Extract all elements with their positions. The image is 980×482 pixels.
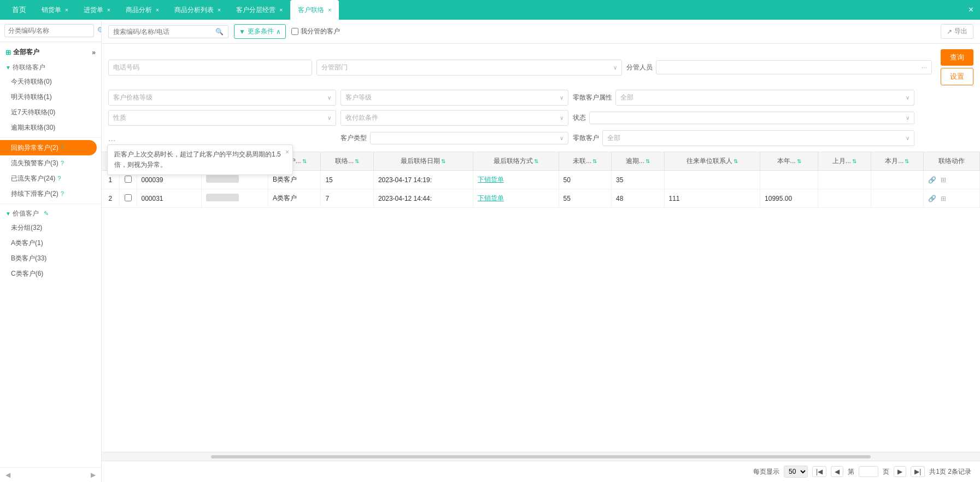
sort-icon-last-method[interactable]: ⇅ bbox=[534, 158, 538, 164]
nav-close-purchase[interactable]: × bbox=[107, 7, 110, 13]
scrollbar-thumb[interactable] bbox=[211, 455, 871, 458]
sidebar-pending-tomorrow[interactable]: 明天待联络(1) bbox=[0, 89, 101, 104]
col-actions: 联络动作 bbox=[924, 152, 980, 171]
nav-close-customer-contact[interactable]: × bbox=[328, 7, 331, 13]
right-arrow-icon[interactable]: ▶ bbox=[91, 471, 96, 479]
already-lost-tip-icon[interactable]: ? bbox=[57, 174, 61, 183]
sort-icon-type[interactable]: ⇅ bbox=[302, 158, 307, 164]
sort-icon-this-month[interactable]: ⇅ bbox=[905, 158, 909, 164]
lost-tip-icon[interactable]: ? bbox=[61, 159, 64, 168]
first-page-btn[interactable]: |◀ bbox=[812, 466, 826, 477]
more-dots[interactable]: ... bbox=[108, 133, 115, 143]
sidebar-lost-warning[interactable]: 流失预警客户(3) ? bbox=[0, 155, 101, 171]
nav-customer-segment[interactable]: 客户分层经营 × bbox=[228, 0, 290, 20]
row1-actions[interactable]: 🔗 ⊞ bbox=[924, 171, 980, 189]
row2-index: 2 bbox=[102, 189, 119, 208]
sidebar-value-section[interactable]: ▼ 价值客户 ✎ bbox=[0, 206, 101, 220]
left-arrow-icon[interactable]: ◀ bbox=[5, 471, 10, 479]
search-input[interactable] bbox=[113, 28, 212, 36]
value-edit-icon[interactable]: ✎ bbox=[44, 210, 49, 217]
sort-icon-contact-person[interactable]: ⇅ bbox=[733, 158, 738, 164]
sidebar-search-icon[interactable]: 🔍 bbox=[97, 27, 102, 34]
page-input[interactable]: 1 bbox=[859, 466, 878, 477]
row1-checkbox[interactable] bbox=[125, 176, 132, 183]
status-field[interactable]: ∨ bbox=[589, 112, 914, 124]
nav-close-sales[interactable]: × bbox=[65, 7, 68, 13]
row2-action-icons[interactable]: 🔗 ⊞ bbox=[928, 195, 975, 202]
next-page-btn[interactable]: ▶ bbox=[894, 466, 906, 477]
my-customers-checkbox[interactable] bbox=[291, 28, 298, 35]
filter-btn[interactable]: ▼ 更多条件 ∧ bbox=[234, 24, 286, 39]
sidebar-a-class[interactable]: A类客户(1) bbox=[0, 235, 101, 251]
row1-action-icons[interactable]: 🔗 ⊞ bbox=[928, 176, 975, 184]
payment-field[interactable]: 收付款条件 ∨ bbox=[341, 110, 568, 126]
search-icon[interactable]: 🔍 bbox=[215, 28, 224, 36]
horizontal-scrollbar[interactable] bbox=[102, 452, 980, 461]
tooltip-close[interactable]: × bbox=[285, 147, 289, 158]
sidebar-abnormal-repurchase[interactable]: 回购异常客户(2) ? bbox=[0, 140, 97, 155]
last-page-btn[interactable]: ▶| bbox=[911, 466, 925, 477]
nav-product-analysis[interactable]: 商品分析 × bbox=[118, 0, 167, 20]
price-level-field[interactable]: 客户价格等级 ∨ bbox=[108, 90, 336, 106]
per-page-select[interactable]: 50 bbox=[784, 466, 808, 478]
abnormal-tip-icon[interactable]: ? bbox=[61, 143, 64, 153]
query-button[interactable]: 查询 bbox=[941, 49, 973, 66]
retail-attr-field[interactable]: 全部 ∨ bbox=[615, 90, 914, 106]
sidebar-pending-7days[interactable]: 近7天待联络(0) bbox=[0, 104, 101, 120]
sidebar-continuous-down[interactable]: 持续下滑客户(2) ? bbox=[0, 186, 101, 201]
filter-form: 电话号码 分管部门 ∨ 分管人员 ··· 查 bbox=[102, 44, 980, 152]
nav-close-customer-segment[interactable]: × bbox=[279, 7, 283, 13]
person-field[interactable]: ··· bbox=[656, 60, 932, 74]
row2-link-icon[interactable]: 🔗 bbox=[928, 195, 936, 202]
row2-type: A类客户 bbox=[268, 189, 321, 208]
nav-close-product-list[interactable]: × bbox=[218, 7, 221, 13]
row1-grid-icon[interactable]: ⊞ bbox=[941, 176, 946, 184]
row2-actions[interactable]: 🔗 ⊞ bbox=[924, 189, 980, 208]
sort-icon-unlisted[interactable]: ⇅ bbox=[592, 158, 597, 164]
phone-field[interactable]: 电话号码 bbox=[108, 60, 312, 76]
sort-icon-this-year[interactable]: ⇅ bbox=[797, 158, 801, 164]
dept-field[interactable]: 分管部门 ∨ bbox=[316, 60, 622, 76]
row1-last-method[interactable]: 下销货单 bbox=[473, 171, 559, 189]
sidebar-pending-section[interactable]: ▼ 待联络客户 bbox=[0, 60, 101, 74]
sidebar-search-input[interactable] bbox=[4, 24, 94, 37]
per-page-label: 每页显示 bbox=[753, 467, 779, 477]
sidebar-b-class[interactable]: B类客户(33) bbox=[0, 251, 101, 266]
window-close-button[interactable]: × bbox=[969, 5, 973, 14]
retail-customer-field[interactable]: 全部 ∨ bbox=[602, 130, 914, 146]
my-customers-filter[interactable]: 我分管的客户 bbox=[291, 27, 340, 36]
nav-home[interactable]: 首页 bbox=[4, 0, 34, 20]
row2-method-link[interactable]: 下销货单 bbox=[478, 194, 504, 202]
prev-page-btn[interactable]: ◀ bbox=[831, 466, 843, 477]
person-dots[interactable]: ··· bbox=[922, 63, 927, 71]
nav-sales[interactable]: 销货单 × bbox=[34, 0, 76, 20]
sort-icon-overdue[interactable]: ⇅ bbox=[645, 158, 650, 164]
level-field[interactable]: 客户等级 ∨ bbox=[341, 90, 568, 106]
setting-button[interactable]: 设置 bbox=[941, 68, 973, 85]
row2-checkbox-cell[interactable] bbox=[119, 189, 137, 208]
continuous-down-tip-icon[interactable]: ? bbox=[61, 189, 64, 199]
sidebar-overdue-contact[interactable]: 逾期未联络(30) bbox=[0, 120, 101, 135]
col-last-method: 最后联络方式⇅ bbox=[473, 152, 559, 171]
sort-icon-contact-count[interactable]: ⇅ bbox=[355, 158, 359, 164]
row2-last-method[interactable]: 下销货单 bbox=[473, 189, 559, 208]
row1-method-link[interactable]: 下销货单 bbox=[478, 176, 504, 183]
export-btn[interactable]: ↗ 导出 bbox=[941, 24, 973, 39]
nav-customer-contact[interactable]: 客户联络 × bbox=[290, 0, 339, 20]
sidebar-pending-today[interactable]: 今天待联络(0) bbox=[0, 74, 101, 89]
sidebar-c-class[interactable]: C类客户(6) bbox=[0, 266, 101, 281]
sidebar-already-lost[interactable]: 已流失客户(24) ? bbox=[0, 171, 101, 186]
nav-product-list[interactable]: 商品分析列表 × bbox=[167, 0, 228, 20]
sort-icon-last-month[interactable]: ⇅ bbox=[852, 158, 856, 164]
customer-type-field[interactable]: ∨ bbox=[370, 132, 568, 144]
gender-field[interactable]: 性质 ∨ bbox=[108, 110, 336, 126]
nav-close-product-analysis[interactable]: × bbox=[156, 7, 159, 13]
sidebar-collapse-btn[interactable]: » bbox=[92, 49, 96, 56]
row1-link-icon[interactable]: 🔗 bbox=[928, 176, 936, 184]
sidebar-ungroup[interactable]: 未分组(32) bbox=[0, 220, 101, 235]
row2-checkbox[interactable] bbox=[125, 194, 132, 201]
row2-grid-icon[interactable]: ⊞ bbox=[941, 195, 946, 202]
nav-purchase[interactable]: 进货单 × bbox=[76, 0, 118, 20]
sort-icon-last-date[interactable]: ⇅ bbox=[441, 158, 445, 164]
sidebar-all-customers[interactable]: ⊞ 全部客户 » bbox=[0, 44, 101, 60]
